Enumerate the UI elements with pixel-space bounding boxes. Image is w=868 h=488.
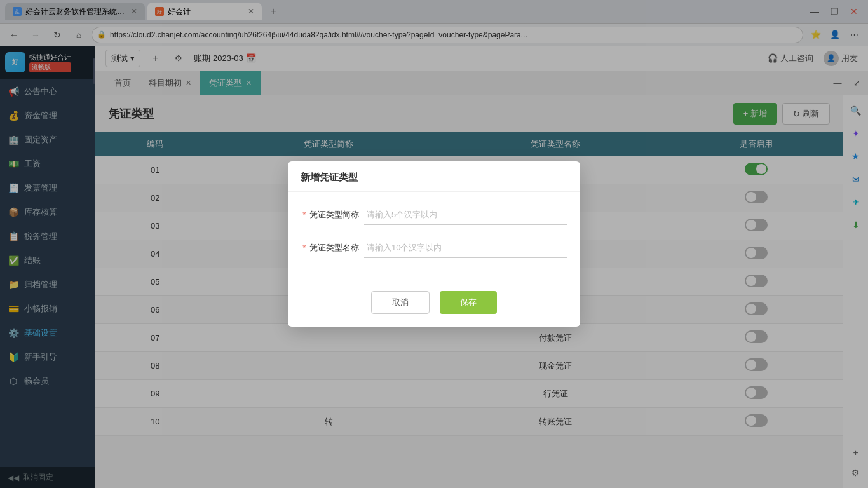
cancel-button[interactable]: 取消 [371,291,430,314]
modal-body: * 凭证类型简称 * 凭证类型名称 [288,192,580,283]
add-voucher-type-modal: 新增凭证类型 * 凭证类型简称 * 凭证类型名称 取消 保存 [288,161,580,327]
short-name-input[interactable] [364,205,567,225]
modal-title: 新增凭证类型 [301,172,358,182]
form-row-full-name: * 凭证类型名称 [301,238,567,258]
form-row-short-name: * 凭证类型简称 [301,205,567,225]
short-name-label: * 凭证类型简称 [301,209,364,220]
save-button[interactable]: 保存 [440,291,497,314]
required-marker-2: * [302,243,306,252]
modal-header: 新增凭证类型 [288,161,580,192]
full-name-label: * 凭证类型名称 [301,242,364,254]
modal-footer: 取消 保存 [288,283,580,327]
required-marker: * [302,210,306,219]
modal-overlay: 新增凭证类型 * 凭证类型简称 * 凭证类型名称 取消 保存 [0,0,868,488]
full-name-input[interactable] [364,238,567,258]
